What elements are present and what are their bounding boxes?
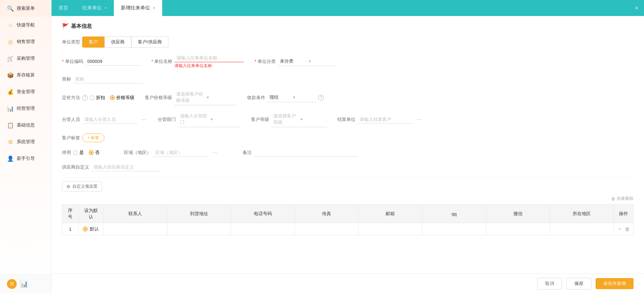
sidebar-item-sales[interactable]: ◎ 销售管理	[0, 33, 51, 50]
unit-category-label: 单位分类	[254, 58, 276, 65]
tab-partner-close[interactable]: ×	[104, 6, 107, 10]
table-row: 1 默认	[62, 223, 634, 235]
tab-new-partner-close[interactable]: ×	[153, 6, 155, 10]
search-icon: 🔍	[7, 5, 14, 12]
col-wechat: 微信	[486, 205, 550, 223]
add-row-icon[interactable]: ＋	[617, 226, 622, 232]
section-title: 🚩 基本信息	[62, 23, 634, 30]
payment-help-icon[interactable]: ?	[318, 95, 324, 100]
cell-qq[interactable]	[422, 223, 486, 235]
payment-terms-select[interactable]: 现结 ▼	[267, 93, 316, 102]
address-input[interactable]	[171, 227, 227, 232]
supplier-custom-input[interactable]	[91, 163, 161, 171]
cell-address[interactable]	[167, 223, 231, 235]
add-tag-button[interactable]: + 标签	[82, 133, 104, 142]
sidebar-item-finance-label: 资金管理	[17, 89, 35, 95]
sidebar-item-new-guide-label: 新手引导	[17, 155, 35, 162]
col-qq: qq	[422, 205, 486, 223]
cell-wechat[interactable]	[486, 223, 550, 235]
disabled-label: 停用	[62, 149, 71, 156]
unit-type-supplier-btn[interactable]: 供应商	[104, 36, 131, 48]
delete-row-icon[interactable]: 🗑	[625, 226, 630, 232]
radio-yes-label: 是	[79, 149, 84, 156]
unit-name-input[interactable]	[174, 54, 244, 62]
radio-price-level[interactable]: 价格等级	[110, 95, 134, 101]
pricing-help-icon[interactable]: ?	[82, 95, 88, 100]
tab-home[interactable]: 首页	[52, 0, 75, 16]
settlement-unit-field: 结算单位 ···	[337, 115, 423, 124]
sidebar-item-finance[interactable]: 💰 资金管理	[0, 83, 51, 100]
customer-level-select[interactable]: 请选择客户等级 ▼	[271, 112, 327, 127]
dept-arrow: ▼	[210, 117, 238, 121]
sidebar-item-purchase-label: 采购管理	[17, 55, 35, 62]
contact-input[interactable]	[107, 227, 164, 232]
sidebar-item-purchase[interactable]: 🛒 采购管理	[0, 50, 51, 67]
row-default-radio[interactable]	[83, 227, 88, 231]
payment-terms-value: 现结	[269, 94, 291, 100]
cell-contact[interactable]	[103, 223, 167, 235]
unit-type-customer-btn[interactable]: 客户	[82, 36, 104, 48]
cell-fax[interactable]	[295, 223, 359, 235]
settlement-more-btn[interactable]: ···	[415, 116, 423, 123]
row-region-input[interactable]	[553, 227, 610, 232]
contacts-table: 序号 设为默认 联系人 到货地址 电话号码 传真 邮箱 qq 微信 所在地区 操…	[62, 204, 634, 235]
unit-code-input[interactable]	[85, 57, 141, 66]
tab-partner[interactable]: 往来单位 ×	[75, 0, 114, 16]
cancel-button[interactable]: 取消	[537, 278, 562, 290]
pricing-method-field: 定价方法 ? 折扣 价格等级	[62, 95, 134, 101]
fax-input[interactable]	[298, 227, 355, 232]
manager-more-btn[interactable]: ···	[140, 116, 147, 123]
col-phone: 电话号码	[231, 205, 295, 223]
radio-no[interactable]: 否	[89, 149, 100, 156]
window-close-button[interactable]: ×	[635, 5, 638, 12]
sidebar: 🔍 搜索菜单 ⌂ 快捷导航 ◎ 销售管理 🛒 采购管理 📦 库存核算 💰 资金管…	[0, 0, 52, 293]
sidebar-item-new-guide[interactable]: 👤 新手引导	[0, 150, 51, 167]
dept-select[interactable]: 请输入分管部门 ▼	[178, 112, 241, 127]
region-more-btn[interactable]: ···	[211, 149, 218, 156]
sidebar-item-sys-mgmt[interactable]: ⚙ 系统管理	[0, 133, 51, 150]
remarks-field: 备注	[243, 148, 358, 157]
finance-icon: 💰	[7, 88, 14, 95]
settlement-unit-input[interactable]	[358, 115, 413, 124]
phone-input[interactable]	[235, 227, 291, 232]
col-fax: 传真	[295, 205, 359, 223]
email-input[interactable]	[362, 227, 418, 232]
customer-tag-label: 客户标签	[62, 135, 80, 141]
manager-input[interactable]	[82, 115, 138, 124]
save-button[interactable]: 保存	[566, 278, 591, 290]
form-content: 🚩 基本信息 单位类型 客户 供应商 客户/供应商 单位编码 单位名称	[52, 16, 644, 274]
pricing-radio-group: 折扣 价格等级	[90, 95, 134, 101]
wechat-input[interactable]	[490, 227, 546, 232]
col-action: 操作	[613, 205, 633, 223]
sidebar-item-basic-info[interactable]: 📋 基础信息	[0, 117, 51, 133]
region-input[interactable]	[153, 148, 209, 157]
sidebar-item-operations[interactable]: 📊 经营管理	[0, 100, 51, 117]
radio-price-level-circle	[110, 95, 115, 100]
sidebar-item-search[interactable]: 🔍 搜索菜单	[0, 0, 51, 17]
custom-settings-button[interactable]: ⚙ 自定义项设置	[62, 181, 102, 192]
customer-price-level-select[interactable]: 请选择客户价格等级 ▼	[174, 90, 237, 105]
supplier-custom-row: 供应商自定义	[62, 163, 634, 171]
radio-yes[interactable]: 是	[73, 149, 84, 156]
sidebar-item-inventory[interactable]: 📦 库存核算	[0, 67, 51, 83]
cell-phone[interactable]	[231, 223, 295, 235]
customer-price-level-arrow: ▼	[206, 96, 235, 99]
save-new-button[interactable]: 保存并新增	[596, 278, 634, 289]
unit-type-both-btn[interactable]: 客户/供应商	[131, 36, 168, 48]
unit-category-select[interactable]: 未分类 ▼	[278, 57, 337, 66]
manager-label: 分管人员	[62, 116, 80, 123]
col-address: 到货地址	[167, 205, 231, 223]
sidebar-item-inventory-label: 库存核算	[17, 72, 35, 78]
remarks-input[interactable]	[254, 148, 358, 157]
tab-new-partner[interactable]: 新增往来单位 ×	[114, 0, 162, 16]
cell-email[interactable]	[359, 223, 422, 235]
qq-input[interactable]	[426, 227, 482, 232]
batch-delete-button[interactable]: 🗑 批量删除	[611, 196, 634, 202]
payment-terms-field: 收款条件 现结 ▼ ?	[247, 93, 324, 102]
bottom-icon: 📊	[20, 280, 28, 288]
batch-delete-label: 批量删除	[617, 196, 634, 202]
radio-discount[interactable]: 折扣	[90, 95, 105, 101]
sidebar-item-quick-nav[interactable]: ⌂ 快捷导航	[0, 17, 51, 33]
abbr-input[interactable]	[73, 75, 143, 83]
cell-region[interactable]	[550, 223, 613, 235]
